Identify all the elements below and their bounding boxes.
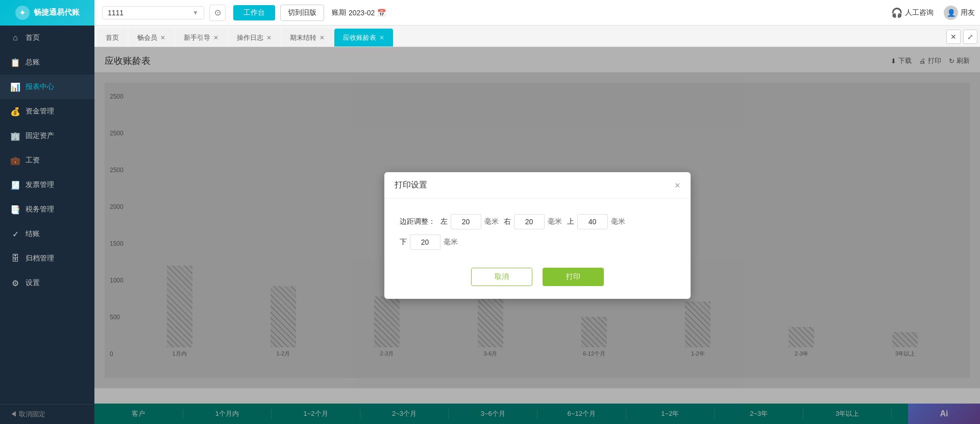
bottom-unit-label: 毫米 <box>444 238 458 247</box>
tab-label-ar_aging: 应收账龄表 <box>343 33 376 42</box>
sidebar-item-home[interactable]: ⌂ 首页 <box>0 26 94 50</box>
logo-icon: ✦ <box>15 6 30 20</box>
tax-icon: 📑 <box>10 204 20 215</box>
right-margin-input[interactable] <box>514 214 545 229</box>
settings-icon: ⚙ <box>10 278 20 288</box>
copy-button[interactable]: ⊙ <box>209 5 226 21</box>
top-header: ✦ 畅捷通易代账 1111 ▼ ⊙ 工作台 切到旧版 账期 2023-02 📅 … <box>0 0 980 26</box>
sidebar-item-funds[interactable]: 💰 资金管理 <box>0 99 94 124</box>
sidebar-item-reports[interactable]: 📊 报表中心 <box>0 75 94 99</box>
page-content: 应收账龄表 ⬇ 下载 🖨 打印 ↻ 刷新 <box>94 47 980 424</box>
reports-icon: 📊 <box>10 82 20 92</box>
funds-label: 资金管理 <box>26 107 54 116</box>
right-direction-label: 右 <box>504 217 511 226</box>
sidebar-item-ledger[interactable]: 📋 总账 <box>0 50 94 75</box>
tab-label-membership: 畅会员 <box>137 33 157 42</box>
period-label: 账期 <box>332 8 346 17</box>
period-value: 2023-02 <box>349 9 375 17</box>
bottom-margin-input[interactable] <box>410 234 440 250</box>
cancel-button[interactable]: 取消 <box>471 268 532 286</box>
period-calendar-icon[interactable]: 📅 <box>377 9 386 17</box>
invoice-label: 发票管理 <box>26 180 54 190</box>
left-margin-input[interactable] <box>451 214 481 229</box>
sidebar: ⌂ 首页 📋 总账 📊 报表中心 💰 资金管理 🏢 固定资产 💼 工资 🧾 发票… <box>0 26 94 424</box>
settings-label: 设置 <box>26 278 40 288</box>
top-margin-group: 上 毫米 <box>567 214 625 229</box>
right-unit-label: 毫米 <box>548 217 562 226</box>
sidebar-item-tax[interactable]: 📑 税务管理 <box>0 197 94 222</box>
tab-ar_aging[interactable]: 应收账龄表✕ <box>334 29 393 46</box>
tax-label: 税务管理 <box>26 205 54 214</box>
company-dropdown-icon: ▼ <box>192 9 199 16</box>
tab-membership[interactable]: 畅会员✕ <box>129 29 174 46</box>
user-avatar: 👤 <box>944 6 958 20</box>
content-area: 首页畅会员✕新手引导✕操作日志✕期末结转✕应收账龄表✕ ✕ ⤢ 应收账龄表 ⬇ … <box>94 26 980 424</box>
margin-row: 边距调整： 左 毫米 右 毫米 <box>400 214 675 250</box>
assets-icon: 🏢 <box>10 131 20 141</box>
copy-icon: ⊙ <box>214 8 221 17</box>
sidebar-collapse-label: ◀ 取消固定 <box>10 410 45 419</box>
archive-icon: 🗄 <box>10 253 20 264</box>
logo-text: 畅捷通易代账 <box>34 8 80 17</box>
tab-label-oplog: 操作日志 <box>237 33 263 42</box>
sidebar-item-settings[interactable]: ⚙ 设置 <box>0 271 94 295</box>
tab-label-period_end: 期末结转 <box>290 33 316 42</box>
tab-maximize-button[interactable]: ⤢ <box>963 30 977 44</box>
user-menu[interactable]: 👤 用友 <box>944 6 975 20</box>
header-right: 🎧 人工咨询 👤 用友 <box>891 6 975 20</box>
ledger-label: 总账 <box>26 58 40 67</box>
user-label: 用友 <box>961 8 975 17</box>
ledger-icon: 📋 <box>10 57 20 67</box>
modal-title: 打印设置 <box>395 180 675 191</box>
top-direction-label: 上 <box>567 217 574 226</box>
company-selector[interactable]: 1111 ▼ <box>102 6 204 19</box>
invoice-icon: 🧾 <box>10 180 20 190</box>
left-direction-label: 左 <box>440 217 448 226</box>
consult-icon: 🎧 <box>891 7 902 18</box>
top-unit-label: 毫米 <box>611 217 625 226</box>
archive-label: 归档管理 <box>26 254 54 263</box>
tab-oplog[interactable]: 操作日志✕ <box>228 29 280 46</box>
modal-footer: 取消 打印 <box>384 260 691 299</box>
print-settings-modal: 打印设置 × 边距调整： 左 毫米 右 <box>384 172 691 299</box>
tab-label-guide: 新手引导 <box>184 33 210 42</box>
tab-close-guide[interactable]: ✕ <box>213 35 218 41</box>
sidebar-item-archive[interactable]: 🗄 归档管理 <box>0 246 94 271</box>
home-label: 首页 <box>26 33 40 42</box>
period-display: 账期 2023-02 📅 <box>332 8 386 17</box>
workbench-button[interactable]: 工作台 <box>233 5 275 20</box>
assets-label: 固定资产 <box>26 131 54 140</box>
consult-label: 人工咨询 <box>905 8 934 17</box>
main-layout: ⌂ 首页 📋 总账 📊 报表中心 💰 资金管理 🏢 固定资产 💼 工资 🧾 发票… <box>0 26 980 424</box>
tab-label-home: 首页 <box>106 33 119 42</box>
consult-button[interactable]: 🎧 人工咨询 <box>891 7 934 18</box>
sidebar-item-checkout[interactable]: ✓ 结账 <box>0 222 94 246</box>
tab-close-oplog[interactable]: ✕ <box>266 35 272 41</box>
salary-icon: 💼 <box>10 155 20 166</box>
tab-guide[interactable]: 新手引导✕ <box>175 29 227 46</box>
tabs-right-actions: ✕ ⤢ <box>946 30 977 46</box>
sidebar-item-assets[interactable]: 🏢 固定资产 <box>0 124 94 148</box>
modal-header: 打印设置 × <box>384 172 691 199</box>
checkout-label: 结账 <box>26 229 40 239</box>
tab-close-membership[interactable]: ✕ <box>160 35 165 41</box>
reports-label: 报表中心 <box>26 82 54 91</box>
sidebar-scroll: ⌂ 首页 📋 总账 📊 报表中心 💰 资金管理 🏢 固定资产 💼 工资 🧾 发票… <box>0 26 94 404</box>
tab-close-period_end[interactable]: ✕ <box>320 35 325 41</box>
tab-close-button[interactable]: ✕ <box>946 30 961 44</box>
funds-icon: 💰 <box>10 106 20 116</box>
bottom-margin-group: 下 毫米 <box>400 234 458 250</box>
salary-label: 工资 <box>26 156 40 165</box>
sidebar-collapse[interactable]: ◀ 取消固定 <box>0 404 94 424</box>
top-margin-input[interactable] <box>577 214 608 229</box>
margin-label: 边距调整： <box>400 217 435 226</box>
tab-period_end[interactable]: 期末结转✕ <box>281 29 333 46</box>
tab-close-ar_aging[interactable]: ✕ <box>379 35 384 41</box>
sidebar-item-salary[interactable]: 💼 工资 <box>0 148 94 173</box>
switch-old-button[interactable]: 切到旧版 <box>280 5 324 21</box>
modal-close-button[interactable]: × <box>675 181 680 190</box>
tab-home[interactable]: 首页 <box>97 29 128 46</box>
left-unit-label: 毫米 <box>484 217 499 226</box>
sidebar-item-invoice[interactable]: 🧾 发票管理 <box>0 173 94 197</box>
confirm-print-button[interactable]: 打印 <box>543 268 604 286</box>
